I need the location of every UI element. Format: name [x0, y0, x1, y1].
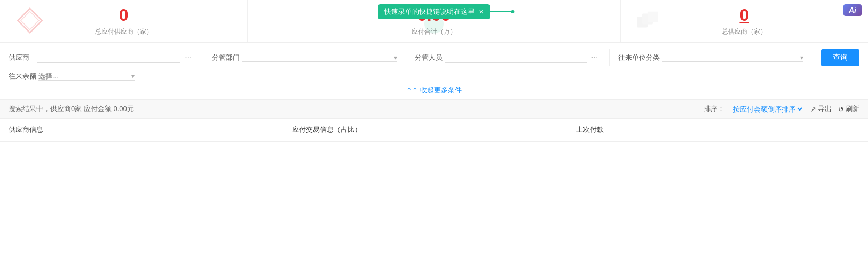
result-bar: 搜索结果中，供应商0家 应付金额 0.00元 排序： 按应付会额倒序排序 ↗ 导…: [0, 100, 868, 119]
result-info: 搜索结果中，供应商0家 应付金额 0.00元: [9, 104, 134, 114]
balance-dropdown[interactable]: ▾: [38, 72, 135, 81]
filter-row-2: 往来余额 ▾: [9, 72, 859, 81]
stat-payable-total: 快速录单的快捷键说明在这里 × 0.00 应付合计（万）: [248, 0, 620, 42]
filter-bar: 供应商 ··· 分管部门 ▾ 分管人员 ··· 往来单位分类 ▾: [0, 43, 868, 100]
sort-select[interactable]: 按应付会额倒序排序: [731, 105, 804, 114]
balance-input[interactable]: [38, 72, 131, 80]
supplier-payable-number: 0: [119, 6, 129, 25]
divider-3: [609, 49, 610, 66]
diamond-icon: [16, 6, 44, 34]
tooltip-close-button[interactable]: ×: [479, 8, 483, 15]
stat-supplier-payable: 0 总应付供应商（家）: [0, 0, 248, 42]
stat-total-supplier: 0 总供应商（家） Ai: [621, 0, 868, 42]
person-label: 分管人员: [415, 53, 443, 62]
tooltip-dot: [510, 9, 516, 14]
dept-dropdown[interactable]: ▾: [242, 53, 398, 62]
balance-chevron-icon: ▾: [131, 73, 135, 80]
table-header: 供应商信息 应付交易信息（占比） 上次付款: [0, 119, 868, 142]
stats-bar: 0 总应付供应商（家） 快速录单的快捷键说明在这里 × 0.00 应付合计（万）: [0, 0, 868, 43]
svg-rect-0: [18, 8, 42, 32]
dept-label: 分管部门: [212, 53, 240, 62]
export-label: 导出: [818, 104, 832, 114]
filter-row-1: 供应商 ··· 分管部门 ▾ 分管人员 ··· 往来单位分类 ▾: [9, 49, 859, 66]
supplier-input[interactable]: [37, 52, 180, 63]
supplier-label: 供应商: [9, 53, 35, 62]
balance-filter-group: 往来余额 ▾: [9, 72, 179, 81]
refresh-icon: ↺: [838, 105, 844, 113]
dept-filter-group: 分管部门 ▾: [212, 53, 398, 62]
unit-class-input[interactable]: [662, 53, 801, 61]
collapse-row: ⌃⌃ 收起更多条件: [9, 83, 859, 99]
supplier-dots-button[interactable]: ···: [183, 53, 194, 62]
tooltip-text: 快速录单的快捷键说明在这里: [384, 7, 475, 17]
divider-4: [812, 49, 812, 66]
total-supplier-label: 总供应商（家）: [722, 27, 767, 36]
supplier-filter-group: 供应商 ···: [9, 52, 194, 63]
supplier-icon: [637, 11, 664, 29]
collapse-label: 收起更多条件: [420, 85, 462, 95]
unit-class-filter-group: 往来单位分类 ▾: [618, 53, 804, 62]
export-button[interactable]: ↗ 导出: [810, 104, 832, 114]
unit-class-chevron-icon: ▾: [800, 54, 803, 61]
refresh-button[interactable]: ↺ 刷新: [838, 104, 859, 114]
sort-label: 排序：: [704, 104, 724, 114]
collapse-button[interactable]: ⌃⌃ 收起更多条件: [406, 85, 462, 95]
col-supplier-header: 供应商信息: [9, 125, 292, 135]
person-input[interactable]: [445, 52, 587, 63]
divider-1: [203, 49, 203, 66]
supplier-payable-label: 总应付供应商（家）: [95, 27, 153, 36]
table-body: [0, 142, 868, 275]
refresh-label: 刷新: [846, 104, 859, 114]
person-dots-button[interactable]: ···: [589, 53, 600, 62]
payable-total-label: 应付合计（万）: [412, 27, 456, 36]
result-actions: 排序： 按应付会额倒序排序 ↗ 导出 ↺ 刷新: [704, 104, 859, 114]
total-supplier-number: 0: [739, 6, 749, 25]
unit-class-label: 往来单位分类: [618, 53, 660, 62]
dept-chevron-icon: ▾: [394, 54, 397, 61]
collapse-up-icon: ⌃⌃: [406, 87, 418, 95]
col-lastpay-header: 上次付款: [576, 125, 859, 135]
balance-label: 往来余额: [9, 72, 36, 81]
tooltip-bar: 快速录单的快捷键说明在这里 ×: [378, 4, 490, 19]
ai-badge: Ai: [843, 4, 862, 16]
dept-input[interactable]: [242, 53, 394, 61]
divider-2: [406, 49, 406, 66]
query-button[interactable]: 查询: [821, 49, 859, 66]
person-filter-group: 分管人员 ···: [415, 52, 601, 63]
unit-class-dropdown[interactable]: ▾: [662, 53, 804, 62]
export-icon: ↗: [810, 105, 816, 113]
svg-rect-7: [648, 11, 658, 22]
col-payable-header: 应付交易信息（占比）: [292, 125, 575, 135]
